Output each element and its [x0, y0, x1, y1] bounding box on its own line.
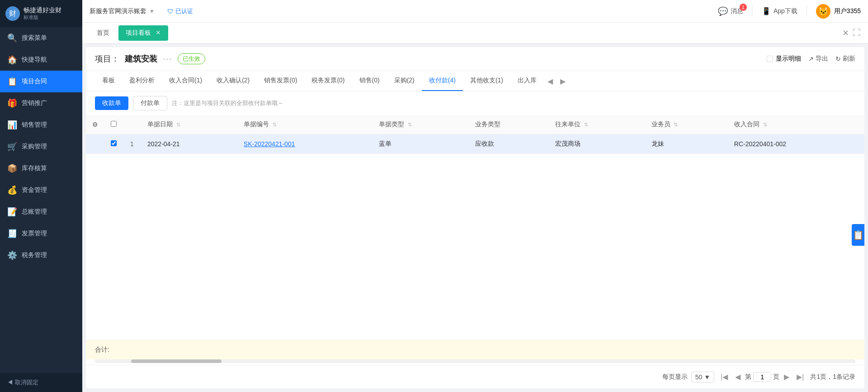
sub-tab-purchase-label: 采购(2)	[394, 76, 415, 84]
sub-tab-receipt[interactable]: 收付款(4)	[422, 71, 463, 91]
window-close-icon[interactable]: ✕	[842, 28, 849, 38]
row-checkbox-cell[interactable]	[104, 134, 123, 154]
refresh-button[interactable]: ↻ 刷新	[835, 55, 855, 63]
page-nav: |◀ ◀ 第 页 ▶ ▶|	[718, 371, 807, 383]
sub-tab-tax-invoice[interactable]: 税务发票(0)	[304, 71, 352, 91]
sub-tab-sales[interactable]: 销售(0)	[352, 71, 387, 91]
row-code-link[interactable]: SK-20220421-001	[244, 140, 295, 148]
sub-tab-profit[interactable]: 盈利分析	[122, 71, 162, 91]
quick-action-button[interactable]: 📋	[852, 224, 864, 246]
row-code[interactable]: SK-20220421-001	[237, 134, 373, 154]
refresh-icon: ↻	[835, 55, 841, 62]
checkbox-header[interactable]	[104, 115, 123, 134]
select-all-checkbox[interactable]	[111, 121, 117, 127]
row-income-contract: RC-20220401-002	[728, 134, 864, 154]
sub-tab-income-confirm-label: 收入确认(2)	[217, 76, 250, 84]
tab-project-kanban[interactable]: 项目看板 ✕	[118, 25, 168, 41]
nav-prev-icon[interactable]: ◀	[544, 73, 557, 89]
payment-bill-button[interactable]: 付款单	[133, 96, 167, 110]
sidebar-item-label: 资金管理	[22, 186, 47, 194]
tab-bar: 首页 项目看板 ✕ ✕ ⛶	[82, 23, 868, 43]
certified-label: 已认证	[175, 7, 193, 15]
sidebar-item-label: 库存核算	[22, 164, 47, 172]
next-page-button[interactable]: ▶	[781, 371, 792, 383]
prev-page-button[interactable]: ◀	[732, 371, 743, 383]
sub-tab-inout[interactable]: 出入库	[510, 71, 544, 91]
data-table: ⚙ 单据日期 ⇅ 单据编号 ⇅	[86, 115, 864, 154]
more-icon[interactable]: ···	[163, 54, 172, 64]
sub-tab-income-confirm[interactable]: 收入确认(2)	[209, 71, 257, 91]
footer-label: 合计:	[95, 346, 109, 354]
partner-header[interactable]: 往来单位 ⇅	[549, 115, 645, 134]
row-checkbox[interactable]	[111, 140, 117, 146]
sidebar-item-sales[interactable]: 📊 销售管理	[0, 114, 82, 136]
row-date-value: 2022-04-21	[147, 140, 180, 148]
date-header[interactable]: 单据日期 ⇅	[141, 115, 237, 134]
sidebar-item-ledger[interactable]: 📝 总账管理	[0, 201, 82, 223]
sidebar-item-capital[interactable]: 💰 资金管理	[0, 179, 82, 201]
last-page-button[interactable]: ▶|	[794, 371, 807, 383]
row-partner-value: 宏茂商场	[555, 140, 580, 147]
row-biz-type-value: 应收款	[475, 140, 494, 147]
income-contract-header[interactable]: 收入合同 ⇅	[728, 115, 864, 134]
export-label: 导出	[816, 55, 828, 63]
tab-project-kanban-label: 项目看板	[126, 29, 151, 36]
sidebar-item-search[interactable]: 🔍 搜索菜单	[0, 27, 82, 49]
user-info[interactable]: 🐱 用户3355	[816, 4, 861, 19]
header-right: 💬 消息 1 📱 App下载 🐱 用户3355	[718, 4, 861, 19]
row-type-value: 蓝单	[379, 140, 392, 147]
sub-tab-sales-invoice[interactable]: 销售发票(0)	[257, 71, 304, 91]
scrollbar-thumb[interactable]	[131, 359, 222, 363]
pagination: 每页显示 50 ▼ |◀ ◀ 第 页 ▶ ▶| 共1页，1条记录	[86, 365, 864, 388]
salesman-header[interactable]: 业务员 ⇅	[645, 115, 728, 134]
account-selector[interactable]: 新服务官网演示账套 ▼	[90, 7, 155, 15]
sub-tab-income-contract[interactable]: 收入合同(1)	[162, 71, 209, 91]
tab-home[interactable]: 首页	[90, 25, 117, 41]
window-expand-icon[interactable]: ⛶	[853, 28, 861, 38]
app-download-button[interactable]: 📱 App下载	[762, 7, 797, 15]
horizontal-scrollbar[interactable]	[95, 359, 855, 363]
sub-tab-sales-label: 销售(0)	[359, 76, 380, 84]
nav-next-icon[interactable]: ▶	[557, 73, 569, 89]
sidebar-item-purchase[interactable]: 🛒 采购管理	[0, 136, 82, 158]
first-page-button[interactable]: |◀	[718, 371, 731, 383]
sidebar-item-project[interactable]: 📋 项目合同	[0, 71, 82, 92]
tax-icon: ⚙️	[7, 250, 17, 260]
sidebar-item-invoice[interactable]: 🧾 发票管理	[0, 223, 82, 244]
sub-tab-sales-invoice-label: 销售发票(0)	[264, 76, 297, 84]
sidebar-item-label: 总账管理	[22, 208, 47, 216]
filter-hint: 注：这里是与项目关联的全部收付款单哦～	[172, 99, 283, 107]
table-row: 1 2022-04-21 SK-20220421-001 蓝单 应收款	[86, 134, 864, 154]
sub-tab-purchase[interactable]: 采购(2)	[387, 71, 422, 91]
sidebar-item-marketing[interactable]: 🎁 营销推广	[0, 92, 82, 114]
sub-tab-kanban[interactable]: 看板	[95, 71, 122, 91]
table-wrapper: ⚙ 单据日期 ⇅ 单据编号 ⇅	[86, 115, 864, 340]
export-button[interactable]: ↗ 导出	[808, 55, 828, 63]
row-biz-type: 应收款	[469, 134, 549, 154]
show-detail-checkbox[interactable]	[767, 56, 773, 62]
main-content: 新服务官网演示账套 ▼ 🛡 已认证 💬 消息 1 📱 App下载 🐱 用户335…	[82, 0, 868, 392]
message-button[interactable]: 💬 消息 1	[718, 6, 743, 16]
sub-tab-other-income[interactable]: 其他收支(1)	[463, 71, 510, 91]
close-icon[interactable]: ✕	[156, 29, 161, 36]
sidebar-item-label: 项目合同	[22, 77, 47, 86]
row-salesman-value: 龙妹	[651, 140, 664, 147]
type-header[interactable]: 单据类型 ⇅	[373, 115, 469, 134]
divider	[752, 6, 753, 17]
code-header[interactable]: 单据编号 ⇅	[237, 115, 373, 134]
sidebar-item-tax[interactable]: ⚙️ 税务管理	[0, 244, 82, 266]
sub-tab-other-income-label: 其他收支(1)	[470, 76, 503, 84]
biz-type-header: 业务类型	[469, 115, 549, 134]
inventory-icon: 📦	[7, 163, 17, 173]
sidebar-item-quicknav[interactable]: 🏠 快捷导航	[0, 49, 82, 71]
page-size-select[interactable]: 50 ▼	[691, 372, 714, 382]
unpin-button[interactable]: ◀ 取消固定	[0, 373, 82, 392]
sub-tab-profit-label: 盈利分析	[129, 76, 155, 84]
collection-bill-button[interactable]: 收款单	[95, 96, 128, 110]
page-input[interactable]	[753, 372, 771, 382]
invoice-icon: 🧾	[7, 229, 17, 239]
settings-header[interactable]: ⚙	[86, 115, 104, 134]
sidebar-item-inventory[interactable]: 📦 库存核算	[0, 158, 82, 179]
row-date: 2022-04-21	[141, 134, 237, 154]
show-detail-toggle[interactable]: 显示明细	[767, 55, 801, 63]
